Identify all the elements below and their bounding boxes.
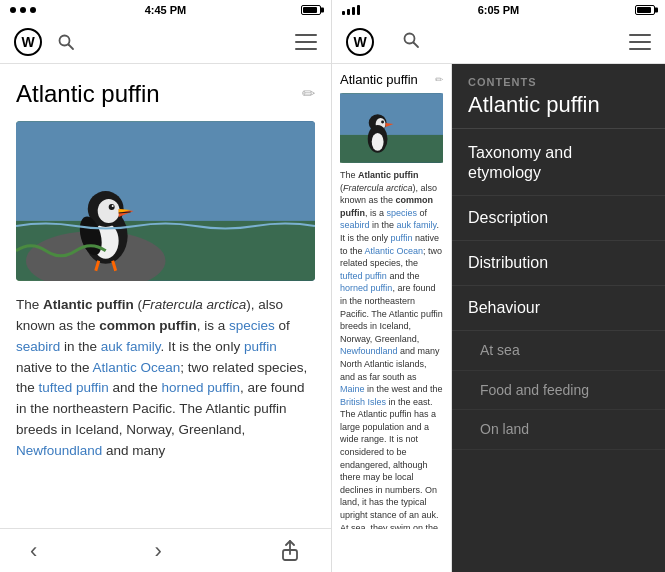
toc-item-distribution[interactable]: Distribution <box>452 241 665 286</box>
nav-bar-left: W <box>0 20 331 64</box>
signal-dots <box>10 7 36 13</box>
time-left: 4:45 PM <box>145 4 187 16</box>
article-image-left <box>16 121 315 281</box>
status-bar-left: 4:45 PM <box>0 0 331 20</box>
edit-icon-left[interactable]: ✏ <box>302 84 315 103</box>
article-text-left: The Atlantic puffin (Fratercula arctica)… <box>16 295 315 470</box>
svg-point-8 <box>98 199 120 223</box>
toc-item-description[interactable]: Description <box>452 196 665 241</box>
article-col-image <box>340 93 443 163</box>
svg-rect-2 <box>16 121 315 221</box>
svg-rect-21 <box>340 135 443 163</box>
svg-line-19 <box>414 42 419 47</box>
svg-rect-20 <box>340 93 443 135</box>
bottom-bar-left: ‹ › <box>0 528 331 572</box>
toc-items: Taxonomy and etymology Description Distr… <box>452 131 665 572</box>
time-right: 6:05 PM <box>478 4 520 16</box>
toc-article-title: Atlantic puffin <box>468 92 649 118</box>
article-col-right: Atlantic puffin ✏ The Atlantic puffin (F… <box>332 64 452 572</box>
wiki-logo-right[interactable]: W <box>346 28 374 56</box>
nav-bar-right: W <box>332 20 665 64</box>
article-col-text: The Atlantic puffin (Fratercula arctica)… <box>340 169 443 529</box>
edit-icon-right[interactable]: ✏ <box>435 74 443 85</box>
toc-item-behaviour[interactable]: Behaviour <box>452 286 665 331</box>
battery-right <box>635 5 655 15</box>
menu-icon-right[interactable] <box>629 34 651 50</box>
toc-panel: CONTENTS Atlantic puffin Taxonomy and et… <box>452 64 665 572</box>
svg-point-9 <box>109 204 115 210</box>
signal-bars-right <box>342 5 360 15</box>
forward-button[interactable]: › <box>155 538 162 564</box>
toc-item-at-sea[interactable]: At sea <box>452 331 665 371</box>
share-button[interactable] <box>279 540 301 562</box>
article-title-row: Atlantic puffin ✏ <box>16 80 315 109</box>
status-bar-right: 6:05 PM <box>332 0 665 20</box>
toc-item-taxonomy[interactable]: Taxonomy and etymology <box>452 131 665 196</box>
article-title-left: Atlantic puffin <box>16 80 160 109</box>
toc-label: CONTENTS <box>468 76 649 88</box>
right-content: Atlantic puffin ✏ The Atlantic puffin (F… <box>332 64 665 572</box>
menu-icon-left[interactable] <box>295 34 317 50</box>
search-icon-left[interactable] <box>56 32 76 52</box>
toc-divider <box>452 128 665 129</box>
svg-point-10 <box>112 205 114 207</box>
svg-line-1 <box>69 44 74 49</box>
back-button[interactable]: ‹ <box>30 538 37 564</box>
svg-point-27 <box>372 133 384 151</box>
toc-item-food[interactable]: Food and feeding <box>452 371 665 411</box>
battery-left <box>301 5 321 15</box>
left-panel: 4:45 PM W Atlantic puffin ✏ <box>0 0 332 572</box>
article-col-title: Atlantic puffin ✏ <box>340 72 443 87</box>
toc-header: CONTENTS Atlantic puffin <box>452 64 665 128</box>
svg-point-24 <box>381 121 384 124</box>
search-icon-right[interactable] <box>402 31 420 53</box>
toc-item-on-land[interactable]: On land <box>452 410 665 450</box>
article-content-left: Atlantic puffin ✏ <box>0 64 331 528</box>
wiki-logo-left[interactable]: W <box>14 28 42 56</box>
right-panel: 6:05 PM W Atlantic puffin ✏ <box>332 0 665 572</box>
